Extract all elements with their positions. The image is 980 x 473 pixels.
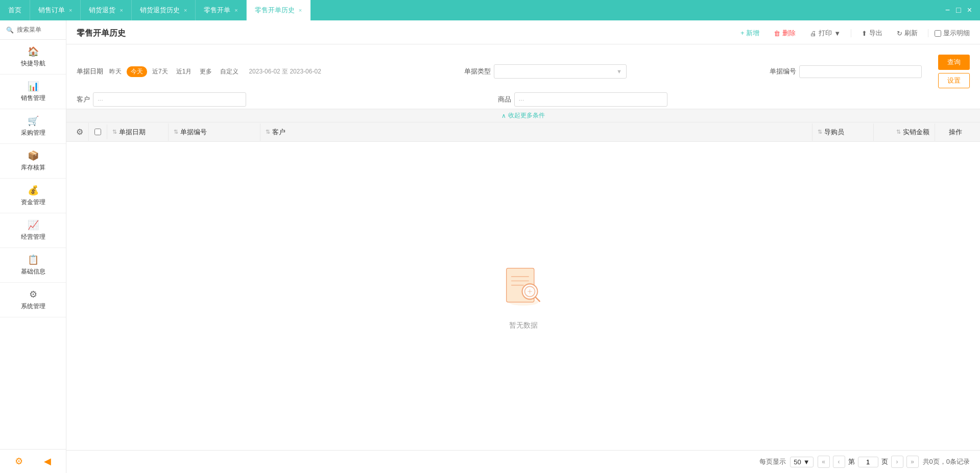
toolbar-divider-1 bbox=[851, 29, 851, 37]
sidebar-icon-ops-mgmt: 📈 bbox=[28, 219, 39, 231]
sidebar-item-sales-mgmt[interactable]: 📊 销售管理 bbox=[0, 74, 66, 109]
th-salesperson: ⇅ 导购员 bbox=[812, 123, 874, 141]
th-amount-label: 实销金额 bbox=[903, 128, 929, 137]
sidebar-search-label: 搜索菜单 bbox=[17, 26, 41, 34]
refresh-button[interactable]: ↻ 刷新 bbox=[893, 27, 922, 40]
sidebar-label-finance: 资金管理 bbox=[21, 198, 45, 207]
sidebar-icon-sales-mgmt: 📊 bbox=[28, 81, 39, 92]
sort-icon-date[interactable]: ⇅ bbox=[112, 129, 117, 135]
date-opt-custom[interactable]: 自定义 bbox=[217, 66, 242, 77]
goods-label: 商品 bbox=[498, 95, 511, 104]
last-page-btn[interactable]: » bbox=[906, 456, 919, 468]
print-icon: 🖨 bbox=[810, 30, 817, 37]
filter-row-2: 客户 ··· 商品 ··· bbox=[77, 92, 970, 107]
sort-icon-amount[interactable]: ⇅ bbox=[896, 129, 901, 135]
first-page-btn[interactable]: « bbox=[818, 456, 830, 468]
date-opt-last1m[interactable]: 近1月 bbox=[173, 66, 195, 77]
sidebar-label-sales-mgmt: 销售管理 bbox=[21, 94, 45, 103]
sidebar-item-sys-mgmt[interactable]: ⚙ 系统管理 bbox=[0, 283, 66, 317]
per-page-select[interactable]: 50 ▼ bbox=[790, 457, 813, 467]
sidebar-item-finance[interactable]: 💰 资金管理 bbox=[0, 179, 66, 213]
show-detail-input[interactable] bbox=[935, 30, 941, 37]
export-button[interactable]: ⬆ 导出 bbox=[857, 27, 887, 40]
sort-icon-salesperson[interactable]: ⇅ bbox=[818, 129, 822, 135]
tab-retail-open-history[interactable]: 零售开单历史× bbox=[247, 0, 310, 20]
sort-icon-number[interactable]: ⇅ bbox=[174, 129, 178, 135]
date-opt-more[interactable]: 更多 bbox=[197, 66, 215, 77]
tab-close-retail-open-history[interactable]: × bbox=[299, 7, 302, 13]
settings-bottom-icon[interactable]: ⚙ bbox=[15, 456, 23, 467]
sort-icon-customer[interactable]: ⇅ bbox=[266, 129, 270, 135]
goods-dots: ··· bbox=[519, 96, 524, 104]
tab-sales-order[interactable]: 销售订单× bbox=[30, 0, 81, 20]
sidebar-icon-purchase-mgmt: 🛒 bbox=[28, 115, 39, 127]
sidebar: 🔍 搜索菜单 🏠 快捷导航 📊 销售管理 🛒 采购管理 📦 库存核算 💰 资金管… bbox=[0, 20, 66, 473]
tab-close-sales-order[interactable]: × bbox=[69, 7, 72, 13]
collapse-up-icon: ∧ bbox=[501, 112, 506, 119]
tab-close-retail-open[interactable]: × bbox=[234, 7, 237, 13]
sidebar-label-ops-mgmt: 经营管理 bbox=[21, 233, 45, 241]
print-button[interactable]: 🖨 打印 ▼ bbox=[806, 27, 845, 40]
total-info: 共0页，0条记录 bbox=[923, 457, 970, 466]
maximize-btn[interactable]: □ bbox=[956, 6, 961, 15]
add-button[interactable]: + 新增 bbox=[736, 27, 763, 40]
type-filter: 单据类型 ▼ bbox=[464, 64, 627, 79]
sidebar-item-purchase-mgmt[interactable]: 🛒 采购管理 bbox=[0, 109, 66, 144]
tab-sales-return-history[interactable]: 销货退货历史× bbox=[132, 0, 196, 20]
show-detail-checkbox[interactable]: 显示明细 bbox=[935, 29, 970, 38]
sidebar-search[interactable]: 🔍 搜索菜单 bbox=[0, 20, 66, 40]
delete-button[interactable]: 🗑 🗑 删除 删除 bbox=[770, 27, 800, 40]
collapse-sidebar-icon[interactable]: ◀ bbox=[44, 456, 51, 467]
date-opt-yesterday[interactable]: 昨天 bbox=[106, 66, 125, 77]
tab-retail-open[interactable]: 零售开单× bbox=[196, 0, 246, 20]
minimize-btn[interactable]: − bbox=[945, 6, 950, 15]
th-date-label: 单据日期 bbox=[119, 128, 146, 137]
sidebar-label-base-info: 基础信息 bbox=[21, 267, 45, 276]
delete-icon: 🗑 bbox=[774, 30, 780, 37]
toolbar-divider-2 bbox=[928, 29, 928, 37]
page-title: 零售开单历史 bbox=[77, 28, 126, 39]
tab-label-sales-return: 销货退货 bbox=[89, 6, 115, 15]
customer-filter: 客户 ··· bbox=[77, 92, 246, 107]
prev-page-btn[interactable]: ‹ bbox=[833, 456, 845, 468]
customer-input[interactable]: ··· bbox=[93, 92, 246, 107]
date-options: 昨天 今天 近7天 近1月 更多 自定义 bbox=[106, 66, 242, 77]
close-btn[interactable]: × bbox=[967, 6, 972, 15]
date-opt-today[interactable]: 今天 bbox=[127, 66, 147, 77]
per-page-label: 每页显示 bbox=[759, 457, 786, 466]
number-input[interactable] bbox=[799, 65, 922, 78]
set-button[interactable]: 设置 bbox=[938, 73, 970, 88]
content-area: 零售开单历史 + 新增 🗑 🗑 删除 删除 🖨 打印 ▼ bbox=[66, 20, 980, 473]
query-button[interactable]: 查询 bbox=[938, 55, 970, 70]
tab-label-retail-open-history: 零售开单历史 bbox=[255, 6, 295, 15]
empty-text: 暂无数据 bbox=[509, 321, 538, 330]
column-settings-icon[interactable]: ⚙ bbox=[76, 127, 83, 137]
page-label: 第 bbox=[848, 457, 855, 466]
tab-close-sales-return[interactable]: × bbox=[119, 7, 123, 13]
sidebar-item-base-info[interactable]: 📋 基础信息 bbox=[0, 248, 66, 283]
th-date: ⇅ 单据日期 bbox=[107, 123, 169, 141]
goods-input[interactable]: ··· bbox=[514, 92, 667, 107]
sidebar-item-inventory[interactable]: 📦 库存核算 bbox=[0, 144, 66, 179]
page-input[interactable] bbox=[858, 457, 878, 467]
th-settings[interactable]: ⚙ bbox=[70, 123, 89, 141]
select-all-checkbox[interactable] bbox=[94, 129, 101, 135]
sidebar-item-quick-nav[interactable]: 🏠 快捷导航 bbox=[0, 40, 66, 74]
type-select[interactable]: ▼ bbox=[494, 64, 627, 79]
collapse-bar[interactable]: ∧ 收起更多条件 bbox=[66, 109, 980, 122]
sidebar-item-ops-mgmt[interactable]: 📈 经营管理 bbox=[0, 213, 66, 248]
filter-section: 零售开单历史 + 新增 🗑 🗑 删除 删除 🖨 打印 ▼ bbox=[66, 20, 980, 122]
tab-close-sales-return-history[interactable]: × bbox=[184, 7, 187, 13]
tab-home[interactable]: 首页 bbox=[0, 0, 30, 20]
table-area: ⚙ ⇅ 单据日期 ⇅ 单据编号 ⇅ 客户 bbox=[66, 122, 980, 450]
type-arrow-icon: ▼ bbox=[616, 68, 622, 74]
date-range: 2023-06-02 至 2023-06-02 bbox=[249, 67, 321, 76]
next-page-btn[interactable]: › bbox=[891, 456, 903, 468]
tab-sales-return[interactable]: 销货退货× bbox=[81, 0, 131, 20]
window-controls: − □ × bbox=[937, 6, 980, 15]
date-opt-last7[interactable]: 近7天 bbox=[149, 66, 171, 77]
top-nav: 首页销售订单×销货退货×销货退货历史×零售开单×零售开单历史× − □ × bbox=[0, 0, 980, 20]
number-label: 单据编号 bbox=[770, 67, 796, 76]
tab-list: 首页销售订单×销货退货×销货退货历史×零售开单×零售开单历史× bbox=[0, 0, 937, 20]
main-layout: 🔍 搜索菜单 🏠 快捷导航 📊 销售管理 🛒 采购管理 📦 库存核算 💰 资金管… bbox=[0, 20, 980, 473]
